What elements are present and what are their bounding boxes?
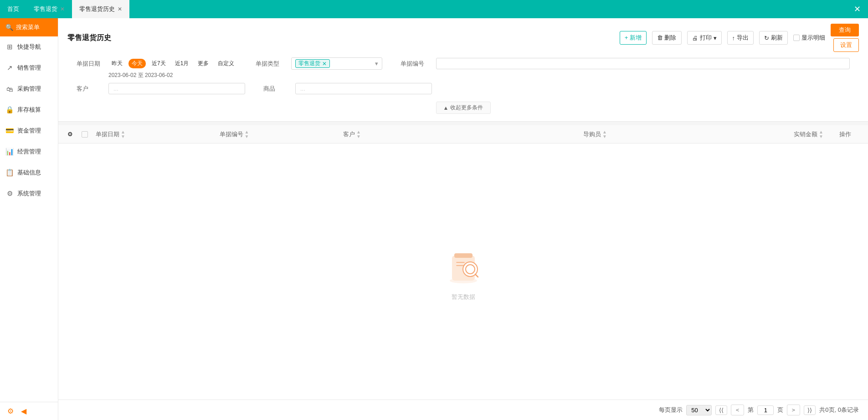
print-label: 打印 (700, 34, 712, 42)
page-next-button[interactable]: ＞ (787, 405, 800, 415)
goods-input[interactable]: ... (295, 83, 432, 94)
quick-nav-icon: ⊞ (5, 43, 14, 51)
show-detail-checkbox[interactable] (793, 35, 800, 41)
doc-type-chevron-icon: ▾ (375, 60, 378, 67)
date-btn-more[interactable]: 更多 (195, 59, 212, 68)
delete-button[interactable]: 🗑 删除 (652, 31, 682, 45)
date-range-display: 2023-06-02 至 2023-06-02 (108, 72, 850, 79)
page-last-button[interactable]: ⟩⟩ (804, 405, 816, 415)
tab-retail-return[interactable]: 零售退货 ✕ (26, 0, 72, 18)
sidebar-item-finance[interactable]: 💳 资金管理 (0, 120, 58, 141)
sys-mgmt-icon: ⚙ (5, 190, 14, 198)
sidebar-item-purchase-mgmt[interactable]: 🛍 采购管理 (0, 78, 58, 99)
table-gear-icon[interactable]: ⚙ (63, 131, 77, 138)
search-icon: 🔍 (5, 24, 13, 31)
sidebar-bottom: ⚙ ◀ (0, 402, 58, 420)
query-button[interactable]: 查询 (831, 24, 859, 36)
svg-line-5 (475, 274, 478, 277)
print-button[interactable]: 🖨 打印 ▾ (687, 31, 722, 45)
th-actions-label: 操作 (839, 131, 851, 138)
refresh-button[interactable]: ↻ 刷新 (759, 31, 788, 45)
setting-button[interactable]: 设置 (833, 38, 859, 52)
tab-retail-return-history-label: 零售退货历史 (79, 5, 115, 13)
new-button[interactable]: + 新增 (620, 31, 647, 45)
sidebar-item-basic-info[interactable]: 📋 基础信息 (0, 162, 58, 183)
export-label: 导出 (737, 34, 749, 42)
goods-filter-label: 商品 (263, 85, 295, 93)
toolbar: + 新增 🗑 删除 🖨 打印 ▾ ↑ 导出 ↻ 刷新 (620, 24, 859, 52)
export-icon: ↑ (732, 35, 735, 41)
date-btn-today[interactable]: 今天 (128, 59, 146, 68)
th-customer[interactable]: 客户 ▲▼ (339, 130, 580, 139)
tab-home[interactable]: 首页 (0, 0, 26, 18)
doc-type-tag-label: 零售退货 (298, 60, 320, 67)
sidebar-search-label: 搜索菜单 (16, 23, 40, 31)
doc-type-tag: 零售退货 ✕ (295, 59, 330, 68)
total-label: 共0页, 0条记录 (819, 406, 859, 414)
settings-icon[interactable]: ⚙ (7, 407, 14, 415)
sidebar-item-sys-mgmt[interactable]: ⚙ 系统管理 (0, 183, 58, 204)
basic-info-icon: 📋 (5, 169, 14, 177)
show-detail-label: 显示明细 (801, 34, 825, 42)
sidebar-item-purchase-mgmt-label: 采购管理 (17, 85, 41, 93)
sidebar-item-sales-mgmt[interactable]: ↗ 销售管理 (0, 57, 58, 78)
sidebar-item-inventory[interactable]: 🔒 库存核算 (0, 99, 58, 120)
empty-text: 暂无数据 (452, 293, 475, 301)
th-guide[interactable]: 导购员 ▲▼ (580, 130, 704, 139)
top-bar-right: ✕ (854, 4, 868, 14)
pagination: 每页显示 50 10 20 100 ⟨⟨ ＜ 第 页 ＞ ⟩⟩ 共0页, 0条记… (58, 400, 868, 420)
collapse-button[interactable]: ▲ 收起更多条件 (436, 102, 491, 114)
empty-state: 暂无数据 (58, 143, 868, 400)
sidebar-item-finance-label: 资金管理 (17, 127, 41, 135)
export-button[interactable]: ↑ 导出 (727, 31, 754, 45)
tab-retail-return-close[interactable]: ✕ (60, 6, 65, 12)
date-btn-custom[interactable]: 自定义 (215, 59, 237, 68)
page-first-button[interactable]: ⟨⟨ (715, 405, 727, 415)
th-number-label: 单据编号 (220, 130, 243, 138)
doc-number-input[interactable] (436, 58, 850, 69)
th-amount-label: 实销金额 (794, 130, 817, 138)
doc-type-tag-close[interactable]: ✕ (322, 61, 327, 67)
refresh-label: 刷新 (771, 34, 783, 42)
page-size-select[interactable]: 50 10 20 100 (686, 405, 712, 415)
th-number[interactable]: 单据编号 ▲▼ (216, 130, 340, 139)
print-chevron-icon: ▾ (714, 35, 717, 41)
date-btn-7days[interactable]: 近7天 (149, 59, 169, 68)
top-close-icon[interactable]: ✕ (854, 4, 861, 14)
doc-type-select[interactable]: 零售退货 ✕ ▾ (291, 57, 382, 70)
tab-retail-return-history[interactable]: 零售退货历史 ✕ (72, 0, 129, 18)
th-amount-sort-icon: ▲▼ (819, 130, 823, 139)
filter-row-1: 单据日期 昨天 今天 近7天 近1月 更多 自定义 单据类型 零售退货 (77, 57, 850, 70)
filter-row-2: 客户 ... 商品 ... (77, 83, 850, 94)
sidebar-item-sys-mgmt-label: 系统管理 (17, 190, 41, 198)
page-number-input[interactable] (757, 405, 774, 415)
th-amount[interactable]: 实销金额 ▲▼ (704, 130, 827, 139)
refresh-icon: ↻ (764, 35, 769, 41)
tab-retail-return-label: 零售退货 (34, 5, 57, 13)
th-customer-label: 客户 (343, 130, 355, 138)
print-icon: 🖨 (692, 35, 698, 41)
date-btn-1month[interactable]: 近1月 (172, 59, 192, 68)
sidebar-item-basic-info-label: 基础信息 (17, 169, 41, 177)
finance-icon: 💳 (5, 127, 14, 135)
collapse-sidebar-icon[interactable]: ◀ (21, 407, 26, 415)
tab-retail-return-history-close[interactable]: ✕ (118, 6, 122, 12)
customer-input[interactable]: ... (108, 83, 245, 94)
sidebar-nav: ⊞ 快捷导航 ↗ 销售管理 🛍 采购管理 🔒 库存核算 💳 资金管理 📊 经 (0, 36, 58, 402)
table-select-all-checkbox[interactable] (77, 131, 92, 138)
th-guide-sort-icon: ▲▼ (602, 130, 607, 139)
collapse-label: 收起更多条件 (450, 104, 483, 112)
tab-home-label: 首页 (7, 5, 19, 13)
th-number-sort-icon: ▲▼ (245, 130, 249, 139)
th-date[interactable]: 单据日期 ▲▼ (92, 130, 216, 139)
svg-rect-2 (454, 253, 473, 258)
sidebar-item-quick-nav[interactable]: ⊞ 快捷导航 (0, 36, 58, 57)
purchase-mgmt-icon: 🛍 (5, 85, 14, 93)
page-label-prefix: 第 (748, 406, 754, 414)
date-btn-yesterday[interactable]: 昨天 (108, 59, 126, 68)
customer-filter-label: 客户 (77, 85, 108, 93)
page-prev-button[interactable]: ＜ (731, 405, 744, 415)
sidebar-item-operations[interactable]: 📊 经营管理 (0, 141, 58, 162)
sidebar-search[interactable]: 🔍 搜索菜单 (0, 18, 58, 36)
sidebar: 🔍 搜索菜单 ⊞ 快捷导航 ↗ 销售管理 🛍 采购管理 🔒 库存核算 💳 (0, 18, 58, 420)
